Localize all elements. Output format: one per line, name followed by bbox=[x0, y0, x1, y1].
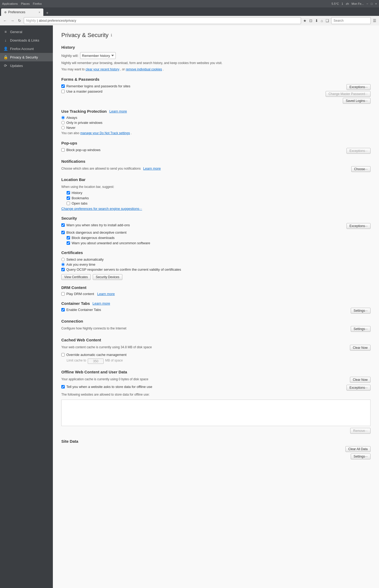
drm-play-label: Play DRM content bbox=[66, 292, 94, 296]
browser-frame: ⚙ Preferences × + ← → ↻ Nightly | about:… bbox=[0, 7, 379, 588]
applications-menu[interactable]: Applications bbox=[2, 2, 18, 5]
lb-history-checkbox[interactable] bbox=[67, 191, 70, 195]
close-button[interactable]: × bbox=[375, 2, 377, 5]
menu-button[interactable]: ☰ bbox=[372, 18, 377, 23]
clear-all-data-button[interactable]: Clear All Data bbox=[345, 446, 371, 452]
site-data-settings-button[interactable]: Settings··· bbox=[351, 454, 371, 459]
pocket-button[interactable]: ❑ bbox=[325, 18, 330, 23]
lb-opentabs-row: Open tabs bbox=[67, 201, 371, 205]
search-input[interactable] bbox=[331, 17, 371, 24]
cert-auto-radio[interactable] bbox=[61, 258, 65, 261]
popup-exceptions-button[interactable]: Exceptions··· bbox=[346, 148, 371, 154]
warn-unwanted-checkbox[interactable] bbox=[67, 241, 70, 245]
container-tabs-section: Container Tabs Learn more Enable Contain… bbox=[61, 301, 371, 314]
security-title: Security bbox=[61, 216, 371, 220]
maximize-button[interactable]: □ bbox=[371, 2, 373, 5]
offline-tell-checkbox[interactable] bbox=[61, 385, 65, 388]
notifications-choose-button[interactable]: Choose··· bbox=[351, 166, 371, 172]
master-password-checkbox[interactable] bbox=[61, 90, 65, 93]
reload-button[interactable]: ↻ bbox=[17, 18, 22, 23]
block-popups-checkbox[interactable] bbox=[61, 148, 65, 152]
change-master-button[interactable]: Change Master Password··· bbox=[326, 91, 371, 97]
tracking-never-radio[interactable] bbox=[61, 126, 65, 129]
offline-remove-button[interactable]: Remove··· bbox=[350, 428, 371, 434]
help-icon[interactable]: ℹ bbox=[111, 33, 112, 37]
lb-opentabs-checkbox[interactable] bbox=[67, 202, 70, 205]
sidebar-item-general[interactable]: ≡ General bbox=[0, 28, 53, 36]
container-tabs-settings-button[interactable]: Settings··· bbox=[351, 308, 371, 314]
offline-sites-textarea[interactable] bbox=[61, 400, 371, 426]
reader-mode-button[interactable]: ⊡ bbox=[309, 18, 313, 23]
popups-title: Pop-ups bbox=[61, 141, 371, 145]
privacy-icon: 🔒 bbox=[3, 55, 8, 59]
main-content: ≡ General ↓ Downloads & Links 👤 Firefox … bbox=[0, 25, 379, 588]
drm-play-checkbox[interactable] bbox=[61, 292, 65, 296]
tracking-private-radio[interactable] bbox=[61, 121, 65, 124]
home-button[interactable]: ⌂ bbox=[320, 18, 323, 23]
cert-ask-radio[interactable] bbox=[61, 263, 65, 266]
firefox-menu[interactable]: Firefox bbox=[33, 2, 42, 5]
new-tab-button[interactable]: + bbox=[44, 10, 50, 16]
updates-icon: ⟳ bbox=[3, 64, 8, 68]
dnt-link[interactable]: manage your Do Not Track settings bbox=[80, 131, 130, 135]
clear-offline-button[interactable]: Clear Now bbox=[350, 377, 371, 383]
connection-desc: Configure how Nightly connects to the In… bbox=[61, 326, 126, 331]
places-menu[interactable]: Places bbox=[21, 2, 30, 5]
history-select[interactable]: Remember history bbox=[80, 52, 116, 59]
saved-logins-button[interactable]: Saved Logins··· bbox=[343, 98, 371, 104]
sidebar-item-updates[interactable]: ⟳ Updates bbox=[0, 61, 53, 70]
active-tab[interactable]: ⚙ Preferences × bbox=[1, 8, 43, 16]
ocsp-checkbox[interactable] bbox=[61, 268, 65, 271]
sidebar-item-privacy[interactable]: 🔒 Privacy & Security bbox=[0, 53, 53, 61]
notifications-left: Choose which sites are allowed to send y… bbox=[61, 166, 351, 171]
url-bar[interactable]: Nightly | about:preferences#privacy bbox=[24, 17, 301, 24]
tab-bar: ⚙ Preferences × + bbox=[0, 7, 379, 16]
container-tabs-learn-more-link[interactable]: Learn more bbox=[93, 301, 110, 305]
sidebar-item-firefox-account[interactable]: 👤 Firefox Account bbox=[0, 44, 53, 53]
account-icon: 👤 bbox=[3, 47, 8, 51]
forms-passwords-title: Forms & Passwords bbox=[61, 77, 371, 82]
remember-logins-checkbox[interactable] bbox=[61, 84, 65, 88]
notifications-learn-more-link[interactable]: Learn more bbox=[143, 166, 161, 170]
warn-addons-row: Warn you when sites try to install add-o… bbox=[61, 223, 371, 229]
clear-cache-button[interactable]: Clear Now bbox=[350, 345, 371, 351]
exceptions-passwords-button[interactable]: Exceptions··· bbox=[346, 84, 371, 90]
drm-section: DRM Content Play DRM content Learn more bbox=[61, 285, 371, 296]
tab-label: Preferences bbox=[8, 10, 25, 14]
tracking-section: Use Tracking Protection Learn more Alway… bbox=[61, 109, 371, 135]
cert-ask-row: Ask you every time bbox=[61, 263, 371, 266]
tab-close-button[interactable]: × bbox=[39, 11, 40, 14]
connection-settings-button[interactable]: Settings··· bbox=[351, 326, 371, 332]
nightly-will-label: Nightly will: bbox=[61, 54, 78, 58]
site-data-buttons: Clear All Data Settings··· bbox=[61, 446, 371, 459]
lb-bookmarks-checkbox[interactable] bbox=[67, 196, 70, 200]
tracking-always-radio[interactable] bbox=[61, 116, 65, 119]
warn-addons-checkbox[interactable] bbox=[61, 223, 65, 227]
block-dangerous-checkbox[interactable] bbox=[61, 231, 65, 234]
minimize-button[interactable]: − bbox=[366, 2, 368, 5]
forward-button[interactable]: → bbox=[10, 18, 15, 23]
sidebar-label-account: Firefox Account bbox=[10, 47, 34, 51]
connection-section: Connection Configure how Nightly connect… bbox=[61, 319, 371, 332]
drm-learn-more-link[interactable]: Learn more bbox=[97, 292, 115, 296]
security-exceptions-button[interactable]: Exceptions··· bbox=[346, 223, 371, 229]
sidebar-label-general: General bbox=[10, 30, 22, 34]
download-button[interactable]: ⬇ bbox=[315, 18, 319, 23]
enable-container-tabs-checkbox[interactable] bbox=[61, 308, 65, 311]
cert-ask-label: Ask you every time bbox=[66, 263, 95, 266]
view-certificates-button[interactable]: View Certificates bbox=[61, 274, 91, 280]
site-data-title: Site Data bbox=[61, 439, 371, 444]
security-devices-button[interactable]: Security Devices bbox=[93, 274, 122, 280]
sidebar-item-downloads[interactable]: ↓ Downloads & Links bbox=[0, 36, 53, 44]
back-button[interactable]: ← bbox=[2, 18, 8, 23]
block-downloads-checkbox[interactable] bbox=[67, 236, 70, 239]
clear-history-link[interactable]: clear your recent history bbox=[86, 67, 119, 71]
override-cache-checkbox[interactable] bbox=[61, 353, 65, 356]
search-suggestions-link[interactable]: Change preferences for search engine sug… bbox=[61, 207, 142, 211]
lb-bookmarks-row: Bookmarks bbox=[67, 196, 371, 200]
bookmark-star-button[interactable]: ★ bbox=[303, 18, 307, 23]
tracking-learn-more-link[interactable]: Learn more bbox=[109, 109, 127, 113]
cached-web-row: Your web content cache is currently usin… bbox=[61, 345, 371, 351]
remove-cookies-link[interactable]: remove individual cookies bbox=[126, 67, 162, 71]
offline-exceptions-button[interactable]: Exceptions··· bbox=[346, 385, 371, 391]
